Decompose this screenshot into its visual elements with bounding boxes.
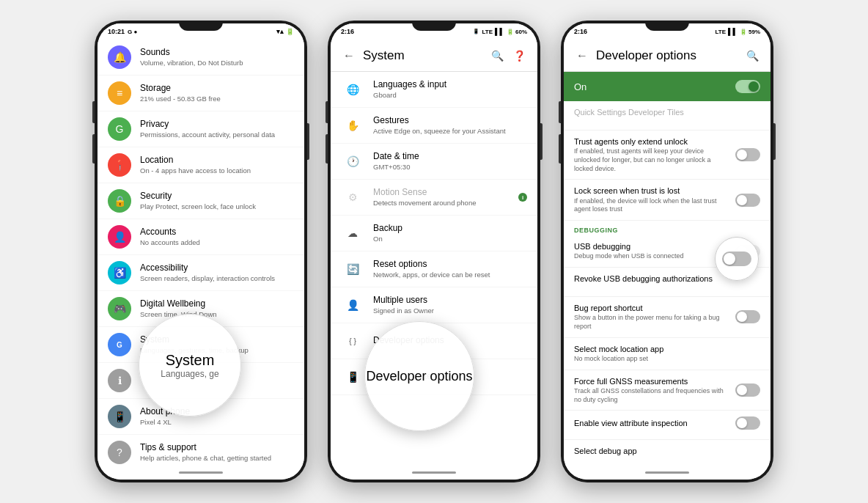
- power-button-2: [540, 123, 542, 160]
- whatsapp-icon: 📱: [473, 29, 479, 34]
- magnifier-sub-text-1: Languages, ge: [161, 369, 218, 379]
- app-bar-2: ← System 🔍 ❓: [331, 40, 537, 72]
- page-title-3: Developer options: [596, 48, 738, 63]
- home-indicator-1: [179, 471, 223, 474]
- magnifier-circle-1: System Languages, ge: [139, 314, 241, 416]
- notch-2: [412, 21, 456, 31]
- signal-icon-3: ▌▌: [728, 28, 738, 35]
- back-button-3[interactable]: ←: [574, 48, 590, 64]
- status-time-2: 2:16: [341, 28, 354, 35]
- magnifier-circle-2: Developer options: [364, 321, 474, 431]
- view-attribute-item[interactable]: Enable view attribute inspection: [564, 411, 770, 440]
- lte-icon: LTE: [482, 29, 493, 35]
- status-time-1: 10:21 G ●: [108, 28, 137, 35]
- security-icon: 🔒: [108, 189, 131, 213]
- list-item[interactable]: ≡ Storage 21% used - 50.83 GB free: [98, 76, 304, 111]
- reset-item[interactable]: 🔄 Reset options Network, apps, or device…: [331, 252, 537, 287]
- magnifier-main-text-1: System: [161, 351, 218, 369]
- lock-screen-item[interactable]: Lock screen when trust is lost If enable…: [564, 180, 770, 221]
- backup-icon: ☁: [341, 221, 364, 245]
- motion-sense-info-badge: i: [518, 193, 527, 202]
- bug-report-toggle[interactable]: [735, 310, 760, 323]
- page-title-2: System: [363, 48, 483, 63]
- storage-icon: ≡: [108, 81, 131, 105]
- info-icon: ℹ: [108, 369, 131, 392]
- multiple-users-item[interactable]: 👤 Multiple users Signed in as Owner: [331, 287, 537, 323]
- phone-2: 2:16 📱 LTE ▌▌ 🔋 60% ← System 🔍 ❓ �: [328, 21, 540, 482]
- phone-3: 2:16 LTE ▌▌ 🔋 59% ← Developer options 🔍 …: [561, 21, 773, 482]
- lock-screen-toggle[interactable]: [735, 194, 760, 207]
- power-button-1: [307, 123, 309, 160]
- backup-item[interactable]: ☁ Backup On: [331, 216, 537, 252]
- vol-up-button-1: [92, 101, 95, 123]
- list-item[interactable]: 📍 Location On - 4 apps have access to lo…: [98, 147, 304, 183]
- battery-icon-1: 🔋: [286, 28, 294, 35]
- wifi-icon-1: ▾▴: [276, 28, 284, 35]
- status-time-3: 2:16: [574, 28, 587, 35]
- developer-icon: { }: [341, 329, 364, 353]
- developer-on-label: On: [574, 81, 586, 92]
- languages-icon: 🌐: [341, 78, 364, 101]
- gnss-item[interactable]: Force full GNSS measurements Track all G…: [564, 370, 770, 411]
- trust-agents-toggle[interactable]: [735, 148, 760, 161]
- digital-wellbeing-icon: 🎮: [108, 297, 131, 320]
- date-time-item[interactable]: 🕐 Date & time GMT+05:30: [331, 144, 537, 180]
- list-item[interactable]: 🔒 Security Play Protect, screen lock, fa…: [98, 183, 304, 219]
- list-item[interactable]: 👤 Accounts No accounts added: [98, 219, 304, 255]
- accessibility-icon: ♿: [108, 261, 131, 284]
- vol-up-button-2: [326, 101, 328, 123]
- sounds-icon: 🔔: [108, 45, 131, 69]
- signal-icon-2: ▌▌: [495, 28, 504, 35]
- debug-app-item[interactable]: Select debug app: [564, 440, 770, 465]
- reset-icon: 🔄: [341, 257, 364, 281]
- motion-sense-item[interactable]: ⚙ Motion Sense Detects movement around p…: [331, 180, 537, 216]
- vol-up-button-3: [559, 101, 561, 123]
- mock-location-item[interactable]: Select mock location app No mock locatio…: [564, 338, 770, 370]
- about-phone-icon: 📱: [108, 405, 131, 428]
- gnss-toggle[interactable]: [735, 383, 760, 397]
- list-item[interactable]: G Privacy Permissions, account activity,…: [98, 111, 304, 147]
- home-bar-2: [331, 465, 537, 480]
- power-button-3: [773, 123, 776, 160]
- usb-toggle-inner: [722, 252, 751, 266]
- location-icon: 📍: [108, 153, 131, 177]
- gestures-item[interactable]: ✋ Gestures Active Edge on, squeeze for y…: [331, 108, 537, 144]
- phone-1: 10:21 G ● ▾▴ 🔋 🔔 Sounds Volume, vibratio…: [95, 21, 307, 482]
- lte-icon-3: LTE: [715, 29, 726, 35]
- home-bar-3: [564, 465, 770, 480]
- vol-down-button-3: [559, 134, 561, 164]
- vol-down-button-1: [92, 134, 95, 164]
- developer-on-bar: On: [564, 72, 770, 101]
- back-button-2[interactable]: ←: [341, 48, 357, 64]
- app-bar-3: ← Developer options 🔍: [564, 40, 770, 72]
- vol-down-button-2: [326, 134, 328, 164]
- gestures-icon: ✋: [341, 114, 364, 137]
- developer-settings-list: Quick Settings Developer Tiles Trust age…: [564, 101, 770, 465]
- trust-agents-item[interactable]: Trust agents only extend unlock If enabl…: [564, 131, 770, 180]
- battery-icon-2: 🔋 60%: [507, 29, 527, 35]
- help-button-2[interactable]: ❓: [511, 48, 527, 64]
- home-indicator-3: [645, 471, 689, 474]
- bug-report-item[interactable]: Bug report shortcut Show a button in the…: [564, 297, 770, 338]
- list-item[interactable]: ? Tips & support Help articles, phone & …: [98, 435, 304, 465]
- system-update-icon: 📱: [341, 365, 364, 389]
- notch-3: [645, 21, 689, 31]
- users-icon: 👤: [341, 293, 364, 317]
- tips-icon: ?: [108, 441, 131, 464]
- magnifier-main-text-2: Developer options: [366, 369, 472, 384]
- search-button-3[interactable]: 🔍: [744, 48, 760, 64]
- privacy-icon: G: [108, 117, 131, 141]
- accounts-subtitle: No accounts added: [140, 238, 294, 247]
- datetime-icon: 🕐: [341, 150, 364, 173]
- quick-settings-item[interactable]: Quick Settings Developer Tiles: [564, 101, 770, 131]
- accounts-title: Accounts: [140, 227, 294, 238]
- developer-on-toggle[interactable]: [735, 80, 760, 93]
- languages-item[interactable]: 🌐 Languages & input Gboard: [331, 72, 537, 108]
- search-button-2[interactable]: 🔍: [489, 48, 505, 64]
- list-item[interactable]: ♿ Accessibility Screen readers, display,…: [98, 255, 304, 291]
- list-item[interactable]: 🔔 Sounds Volume, vibration, Do Not Distu…: [98, 40, 304, 76]
- battery-icon-3: 🔋 59%: [740, 29, 760, 35]
- accounts-icon: 👤: [108, 225, 131, 249]
- view-attribute-toggle[interactable]: [735, 416, 760, 430]
- motion-sense-icon: ⚙: [341, 186, 364, 209]
